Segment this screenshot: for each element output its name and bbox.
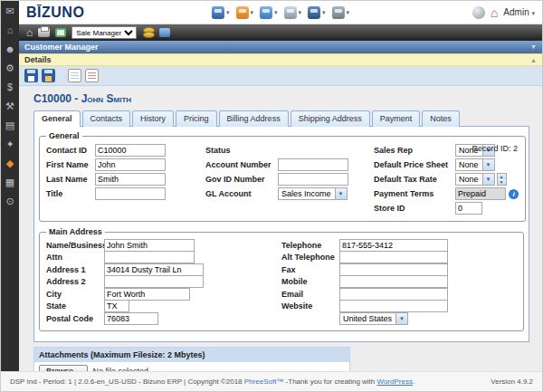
- address1-input[interactable]: [104, 263, 204, 276]
- website-input[interactable]: [339, 300, 448, 312]
- gl-account-select[interactable]: Sales Income▼: [278, 187, 348, 200]
- fax-label: Fax: [281, 265, 339, 274]
- tools-icon[interactable]: ⚒: [3, 100, 17, 112]
- mail-icon[interactable]: ✉: [3, 5, 17, 17]
- gl-account-label: GL Account: [205, 189, 278, 198]
- city-label: City: [46, 290, 104, 299]
- browse-button[interactable]: Browse...: [39, 365, 88, 372]
- contact-id-label: Contact ID: [46, 146, 95, 155]
- module-folders-button[interactable]: ▾: [235, 6, 253, 19]
- coins-icon[interactable]: [142, 27, 154, 38]
- address1-label: Address 1: [46, 265, 104, 274]
- state-input[interactable]: [104, 300, 129, 312]
- chevron-down-icon: ▾: [322, 9, 326, 16]
- mobile-input[interactable]: [339, 275, 448, 288]
- email-input[interactable]: [339, 288, 448, 301]
- tab-history[interactable]: History: [132, 110, 174, 127]
- power-icon[interactable]: ⊙: [3, 195, 17, 207]
- tab-shipping-address[interactable]: Shipping Address: [291, 110, 370, 127]
- attn-input[interactable]: [104, 251, 195, 263]
- first-name-input[interactable]: [95, 158, 166, 171]
- save-new-icon[interactable]: [42, 69, 55, 82]
- details-bar: Details ▲: [19, 53, 542, 66]
- wordpress-link[interactable]: WordPress: [377, 378, 413, 386]
- module-menu: ▾ ▾ ▾ ▾ ▾ ▾: [212, 6, 349, 19]
- role-select[interactable]: Sale Manager: [71, 26, 137, 39]
- module-inventory-button[interactable]: ▾: [212, 6, 230, 19]
- tax-rate-label: Default Tax Rate: [374, 175, 455, 184]
- telephone-input[interactable]: [339, 239, 448, 252]
- account-number-label: Account Number: [205, 160, 278, 169]
- collapse-down-icon[interactable]: ▼: [530, 41, 537, 53]
- chevron-down-icon: ▾: [274, 9, 278, 16]
- chevron-down-icon: ▾: [226, 9, 230, 16]
- account-number-input[interactable]: [278, 158, 348, 171]
- admin-label: Admin: [503, 7, 529, 17]
- payment-terms-input[interactable]: [455, 187, 506, 200]
- print-icon[interactable]: [38, 28, 50, 37]
- chat-icon[interactable]: [159, 28, 170, 37]
- info-icon[interactable]: i: [509, 189, 519, 199]
- save-icon[interactable]: [24, 69, 38, 82]
- tab-payment[interactable]: Payment: [372, 110, 421, 127]
- user-area: ⌂ Admin ▾: [472, 6, 535, 19]
- module-tools-button[interactable]: ▾: [332, 6, 350, 19]
- settings-icon[interactable]: ⚙: [3, 62, 17, 74]
- attn-label: Attn: [46, 253, 104, 262]
- footer: DSP Ind - Period: 1 | 2.0.6-en_US-USD - …: [1, 371, 542, 391]
- name-business-input[interactable]: [104, 239, 195, 252]
- admin-menu[interactable]: Admin ▾: [503, 7, 535, 17]
- print-form-icon[interactable]: [68, 69, 81, 82]
- gov-id-input[interactable]: [278, 173, 348, 186]
- general-legend: General: [46, 131, 82, 140]
- module-contacts-button[interactable]: ▾: [260, 6, 278, 19]
- main-address-fieldset: Main Address Name/Business Attn Address …: [39, 227, 524, 331]
- globe-icon[interactable]: [472, 6, 485, 19]
- attachments-section: Attachments (Maximum Filesize: 2 Mbytes)…: [33, 347, 350, 372]
- reports-icon[interactable]: ▦: [3, 176, 17, 188]
- tab-pricing[interactable]: Pricing: [176, 110, 217, 127]
- screen-icon[interactable]: [55, 28, 66, 37]
- country-select[interactable]: United States▼: [339, 312, 408, 325]
- footer-middle-text: -Thank you for creating with: [283, 378, 376, 386]
- nav-home-icon[interactable]: ⌂: [26, 27, 33, 38]
- mobile-label: Mobile: [281, 277, 339, 286]
- ledger-icon[interactable]: ▤: [3, 119, 17, 131]
- tab-billing-address[interactable]: Billing Address: [219, 110, 289, 127]
- address2-label: Address 2: [46, 277, 104, 286]
- module-ledger-button[interactable]: ▾: [308, 6, 326, 19]
- education-icon[interactable]: ✦: [3, 138, 17, 150]
- phreesoft-link[interactable]: PhreeSoft™: [244, 378, 284, 386]
- contact-id-input[interactable]: [95, 144, 166, 157]
- tab-notes[interactable]: Notes: [422, 110, 460, 127]
- fax-input[interactable]: [339, 263, 448, 276]
- store-id-input[interactable]: [455, 202, 482, 215]
- tax-rate-select[interactable]: None▼: [455, 173, 495, 186]
- address-grid: Name/Business Attn Address 1 Address 2 C…: [46, 239, 517, 325]
- customer-manager-bar: Customer Manager ▼: [19, 41, 542, 53]
- postal-code-input[interactable]: [104, 312, 158, 325]
- tab-contacts[interactable]: Contacts: [82, 110, 131, 127]
- email-form-icon[interactable]: [85, 69, 99, 82]
- price-sheet-select[interactable]: None▼: [455, 158, 495, 171]
- left-sidebar: ✉ ⌂ ☻ ⚙ $ ⚒ ▤ ✦ ◆ ▦ ⊙: [1, 1, 19, 371]
- city-input[interactable]: [104, 288, 190, 301]
- top-header: BĪZUNO ▾ ▾ ▾ ▾ ▾ ▾ ⌂ Admin ▾: [19, 1, 542, 24]
- home-icon[interactable]: ⌂: [3, 24, 17, 36]
- cart-icon[interactable]: ◆: [3, 157, 17, 169]
- tab-general[interactable]: General: [33, 110, 81, 127]
- address2-input[interactable]: [104, 275, 204, 288]
- module-banking-button[interactable]: ▾: [284, 6, 302, 19]
- last-name-input[interactable]: [95, 173, 166, 186]
- banking-icon[interactable]: $: [3, 81, 17, 93]
- telephone-label: Telephone: [281, 241, 339, 250]
- portal-home-icon[interactable]: ⌂: [491, 6, 498, 19]
- general-tab-panel: General Record ID: 2 Contact ID First Na…: [33, 126, 529, 342]
- title-input[interactable]: [95, 187, 166, 200]
- collapse-up-icon[interactable]: ▲: [530, 54, 537, 66]
- contacts-icon[interactable]: ☻: [3, 43, 17, 55]
- alt-telephone-input[interactable]: [339, 251, 448, 263]
- select-arrow-icon: ▼: [482, 159, 494, 170]
- main-area: BĪZUNO ▾ ▾ ▾ ▾ ▾ ▾ ⌂ Admin ▾ ⌂ Sale Mana…: [19, 1, 542, 371]
- tax-rate-stepper[interactable]: ▲▼: [497, 173, 507, 186]
